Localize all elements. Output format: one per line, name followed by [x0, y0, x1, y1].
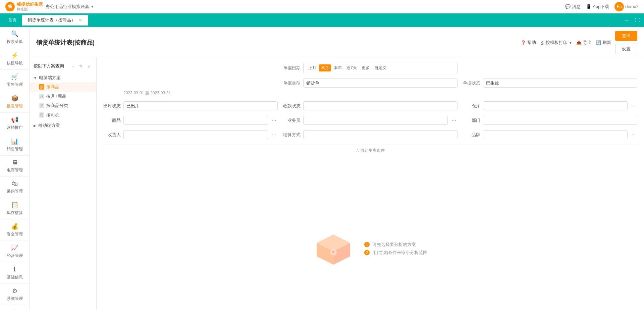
warehouse-status-select[interactable]: 已出库 — [123, 101, 278, 110]
edit-scheme-button[interactable]: ✎ — [77, 63, 84, 69]
sidebar-item-ops[interactable]: 📈 经营管理 — [0, 241, 29, 262]
tree-item-label-by-product: 按商品 — [46, 84, 59, 90]
salesperson-more-icon[interactable]: ··· — [450, 117, 458, 123]
corp-icon: 🏢 — [11, 309, 18, 310]
filter-warehouse2: 仓库 ··· — [463, 101, 637, 110]
main-layout: 🔍 搜索菜单 ⚡ 快捷导航 🛒 零售管理 📦 批发管理 📢 营销推广 📊 销售管… — [0, 27, 644, 310]
goods-control — [123, 116, 268, 125]
top-header: 畅 畅捷信好生意 标账版 办公用品行业模拟账套 ▼ 💬 消息 📱 App下载 E… — [0, 0, 644, 13]
logo-icon: 畅 — [5, 2, 15, 11]
refresh-button[interactable]: 🔄 刷新 — [596, 40, 611, 46]
doc-type-control: 销货单 — [303, 79, 458, 88]
brand-input[interactable] — [483, 130, 628, 139]
desktop-section-header[interactable]: ▼ 电脑端方案 — [30, 73, 96, 82]
export-button[interactable]: 📤 导出 — [576, 40, 592, 46]
filter-doc-type: 单据类型 销货单 — [283, 79, 458, 88]
tab-minimize-button[interactable]: ─ — [623, 16, 631, 24]
department-select[interactable] — [483, 116, 637, 125]
brand-more-icon[interactable]: ··· — [630, 132, 637, 138]
tree-item-by-category[interactable]: 类 按商品分类 — [30, 101, 96, 110]
help-button[interactable]: ❓ 帮助 — [521, 40, 536, 46]
warehouse-status-label: 出库状态 — [103, 103, 121, 109]
goods-input[interactable] — [123, 116, 268, 125]
filter-panel: 单据日期 上月 本月 本年 近7天 更多 自定义 — [97, 57, 644, 189]
doc-type-select[interactable]: 销货单 — [303, 79, 458, 88]
recipient-input[interactable] — [123, 130, 268, 139]
avatar: Ea — [614, 2, 624, 11]
query-button[interactable]: 查询 — [615, 31, 637, 41]
sidebar-item-quick-nav[interactable]: ⚡ 快捷导航 — [0, 48, 29, 70]
ops-icon: 📈 — [11, 244, 18, 252]
tab-close-icon[interactable]: ✕ — [77, 17, 83, 23]
sidebar-item-finance[interactable]: 💰 资金管理 — [0, 219, 29, 241]
sidebar-item-ecom[interactable]: 🖥 电商管理 — [0, 156, 29, 177]
left-panel-toolbar: ＋ ✎ « — [69, 63, 92, 69]
tree-item-by-month-product[interactable]: 月 按月+商品 — [30, 92, 96, 101]
date-tab-7days[interactable]: 近7天 — [344, 64, 359, 71]
salesperson-control — [303, 116, 448, 125]
workspace-selector[interactable]: 办公用品行业模拟账套 ▼ — [46, 4, 94, 10]
refresh-icon: 🔄 — [596, 40, 601, 45]
template-print-button[interactable]: 🖨 按模板打印 ▼ — [540, 40, 572, 46]
sidebar-item-corp[interactable]: 🏢 企业协同 — [0, 305, 29, 310]
print-chevron-icon: ▼ — [569, 41, 572, 45]
user-menu[interactable]: Ea demo2 — [614, 2, 639, 11]
warehouse-status-control: 已出库 — [123, 101, 278, 110]
add-scheme-button[interactable]: ＋ — [69, 63, 76, 69]
brand-control — [483, 130, 628, 139]
sidebar-item-marketing[interactable]: 📢 营销推广 — [0, 113, 29, 134]
collapse-panel-button[interactable]: « — [86, 63, 92, 69]
doc-status-control: 已生效 — [483, 79, 637, 88]
date-tab-this-month[interactable]: 本月 — [319, 64, 331, 71]
warehouse2-input[interactable] — [483, 101, 628, 110]
mobile-icon: 📱 — [586, 4, 591, 9]
salesperson-input[interactable] — [303, 116, 448, 125]
receipt-status-select[interactable] — [303, 101, 458, 110]
sidebar-item-purchase[interactable]: 🛍 采购管理 — [0, 177, 29, 198]
goods-label: 商品 — [103, 117, 121, 123]
tab-maximize-button[interactable]: ⛶ — [633, 16, 641, 24]
app-download-button[interactable]: 📱 App下载 — [586, 4, 609, 10]
tree-item-icon-category: 类 — [39, 103, 44, 108]
date-sub-row: 2023-03-01 至 2023-03-31 — [103, 90, 637, 96]
section-collapse-icon: ▼ — [34, 76, 37, 80]
inventory-icon: 📋 — [11, 201, 18, 209]
warehouse2-more-icon[interactable]: ··· — [630, 103, 637, 109]
tree-item-label-month: 按月+商品 — [46, 93, 66, 99]
doc-status-select[interactable]: 已生效 — [483, 79, 637, 88]
tree-item-by-product[interactable]: 按 按商品 — [30, 82, 96, 92]
date-tab-last-month[interactable]: 上月 — [306, 64, 318, 71]
collapse-bar[interactable]: ∧ 收起更多条件 — [103, 145, 637, 156]
date-range-control[interactable]: 上月 本月 本年 近7天 更多 自定义 — [303, 63, 458, 73]
date-tab-custom[interactable]: 自定义 — [372, 64, 388, 71]
date-tab-this-year[interactable]: 本年 — [332, 64, 344, 71]
chevron-down-icon: ▼ — [91, 5, 94, 8]
filter-recipient: 收货人 ··· — [103, 130, 278, 139]
tab-report[interactable]: 销货单统计表（按商品） ✕ — [22, 15, 88, 25]
settings-button[interactable]: 设置 — [615, 44, 637, 54]
logo-area: 畅 畅捷信好生意 标账版 — [5, 2, 43, 11]
tree-item-label-cashier: 按司机 — [46, 112, 59, 118]
settlement-select[interactable] — [303, 130, 458, 139]
filter-brand: 品牌 ··· — [463, 130, 637, 139]
doc-type-label: 单据类型 — [283, 80, 301, 86]
sidebar-item-system[interactable]: ⚙ 系统管理 — [0, 284, 29, 305]
salesperson-label: 业务员 — [283, 117, 301, 123]
sidebar-item-retail[interactable]: 🛒 零售管理 — [0, 70, 29, 91]
sidebar-item-search-menu[interactable]: 🔍 搜索菜单 — [0, 27, 29, 48]
message-button[interactable]: 💬 消息 — [565, 4, 581, 10]
sidebar-item-wholesale[interactable]: 📦 批发管理 — [0, 91, 29, 113]
sidebar-item-basic[interactable]: ℹ 基础信息 — [0, 262, 29, 284]
date-tab-more[interactable]: 更多 — [360, 64, 372, 71]
tree-item-by-cashier[interactable]: 司 按司机 — [30, 110, 96, 120]
sidebar-item-inventory[interactable]: 📋 库存核算 — [0, 198, 29, 219]
department-control — [483, 116, 637, 125]
sidebar-item-sales[interactable]: 📊 销售管理 — [0, 134, 29, 156]
mobile-section-header[interactable]: ▶ 移动端方案 — [30, 121, 96, 130]
brand-label: 品牌 — [463, 132, 480, 138]
tab-home[interactable]: 首页 — [3, 15, 22, 25]
goods-more-icon[interactable]: ··· — [271, 117, 278, 123]
query-actions: 查询 设置 — [615, 31, 637, 54]
filter-date: 单据日期 上月 本月 本年 近7天 更多 自定义 — [283, 63, 458, 73]
recipient-more-icon[interactable]: ··· — [271, 132, 278, 138]
